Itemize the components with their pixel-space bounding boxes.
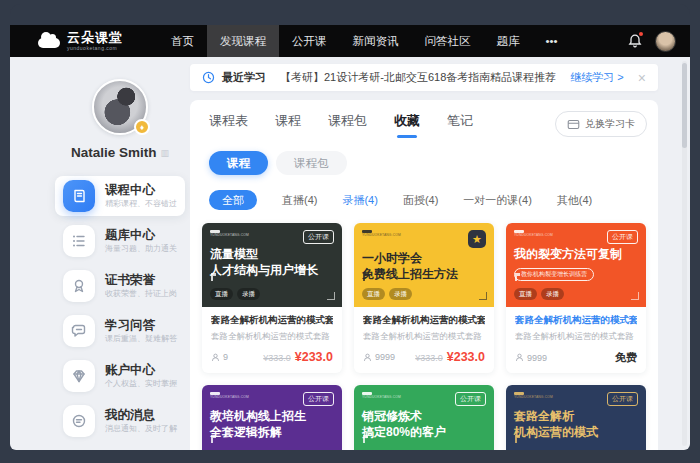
sidebar-item-desc: 精彩课程、不容错过 [105, 200, 177, 208]
open-course-badge: 公开课 [607, 392, 638, 406]
filter-item[interactable]: 全部 [209, 190, 257, 210]
nav-right [627, 31, 676, 52]
sidebar-item[interactable]: 我的消息消息通知、及时了解 [55, 401, 185, 441]
course-card[interactable]: YUNDUOKETANG.COM 公开课 流量模型人才结构与用户增长 直播录播 … [202, 223, 342, 373]
course-card[interactable]: YUNDUOKETANG.COM 公开课 我的裂变方法可复制 教你机构裂变增长训… [506, 223, 646, 373]
cover-tag: 直播 [362, 288, 385, 300]
cover-flag-decoration [363, 435, 365, 443]
user-avatar[interactable] [655, 31, 676, 52]
recent-study-course: 【考研】21设计考研-北邮交互618备考指南精品课程推荐 [280, 70, 556, 85]
scrollbar[interactable] [682, 61, 687, 446]
sidebar-item-label: 证书荣誉 [105, 274, 177, 287]
student-count: 9 [211, 352, 228, 362]
tab-课程包[interactable]: 课程包 [328, 112, 367, 130]
student-count: 9999 [515, 353, 547, 363]
nav-item[interactable]: 题库 [484, 25, 533, 57]
course-price: 免费 [615, 350, 637, 365]
sidebar-item[interactable]: 证书荣誉收获荣誉、持证上岗 [55, 266, 185, 306]
main-tabs: 课程表课程课程包收藏笔记 兑换学习卡 [202, 112, 646, 138]
sidebar-item[interactable]: 题库中心海量习题、助力通关 [55, 221, 185, 261]
filter-item[interactable]: 其他(4) [557, 193, 592, 208]
nav-menu: 首页发现课程公开课新闻资讯问答社区题库••• [158, 25, 627, 57]
sidebar-item-label: 题库中心 [105, 229, 177, 242]
chat-icon [63, 315, 95, 347]
person-icon [515, 353, 524, 362]
nav-item[interactable]: 问答社区 [412, 25, 484, 57]
filter-item[interactable]: 直播(4) [282, 193, 317, 208]
nav-item[interactable]: ••• [533, 25, 571, 57]
cover-tag: 录播 [237, 288, 260, 300]
username: Natalie Smith [71, 145, 157, 160]
main-panel: 课程表课程课程包收藏笔记 兑换学习卡 课程课程包 全部直播(4)录播(4)面授(… [190, 100, 658, 450]
desktop-background: 云朵课堂 yunduoketang.com 首页发现课程公开课新闻资讯问答社区题… [0, 0, 700, 463]
course-subtitle: 套路全解析机构运营的模式套路 [515, 331, 637, 343]
list-icon [63, 225, 95, 257]
course-cover-image: YUNDUOKETANG.COM 公开课 套路全解析机构运营的模式 直播录播 [506, 385, 646, 450]
cover-flag-decoration [515, 273, 517, 281]
course-card[interactable]: YUNDUOKETANG.COM 公开课 销冠修炼术搞定80%的客户 直播录播 … [354, 385, 494, 450]
course-cover-image: YUNDUOKETANG.COM 公开课 我的裂变方法可复制 教你机构裂变增长训… [506, 223, 646, 307]
scrollbar-thumb[interactable] [682, 63, 687, 148]
redeem-card-button[interactable]: 兑换学习卡 [556, 112, 646, 136]
sidebar-item[interactable]: 学习问答课后重温、疑难解答 [55, 311, 185, 351]
course-title[interactable]: 套路全解析机构运营的模式套路 [211, 314, 333, 327]
sidebar-item-desc: 收获荣誉、持证上岗 [105, 290, 177, 298]
cover-tags: 直播录播 [362, 288, 412, 300]
cover-tag: 录播 [541, 288, 564, 300]
type-pill[interactable]: 课程 [209, 151, 268, 175]
filter-item[interactable]: 录播(4) [342, 193, 377, 208]
continue-study-link[interactable]: 继续学习 > [570, 70, 623, 85]
tab-课程表[interactable]: 课程表 [209, 112, 248, 130]
course-title[interactable]: 套路全解析机构运营的模式套路 [363, 314, 485, 327]
course-card[interactable]: YUNDUOKETANG.COM 公开课 教培机构线上招生全套逻辑拆解 直播录播… [202, 385, 342, 450]
close-banner-icon[interactable]: × [638, 71, 646, 85]
sidebar-item-label: 账户中心 [105, 364, 177, 377]
filter-item[interactable]: 一对一的课(4) [463, 193, 531, 208]
app-logo[interactable]: 云朵课堂 yunduoketang.com [38, 31, 148, 51]
type-pills: 课程课程包 [202, 151, 646, 175]
type-pill[interactable]: 课程包 [276, 151, 347, 175]
sidebar-menu: 课程中心精彩课程、不容错过题库中心海量习题、助力通关证书荣誉收获荣誉、持证上岗学… [55, 176, 185, 441]
cover-brand-logo: YUNDUOKETANG.COM [210, 230, 281, 239]
cover-tag: 直播 [210, 288, 233, 300]
open-course-badge: 公开课 [303, 392, 334, 406]
sidebar-item[interactable]: 账户中心个人权益、实时掌握 [55, 356, 185, 396]
gem-icon [63, 360, 95, 392]
sidebar-item[interactable]: 课程中心精彩课程、不容错过 [55, 176, 185, 216]
course-cover-image: YUNDUOKETANG.COM 公开课 销冠修炼术搞定80%的客户 直播录播 [354, 385, 494, 450]
edit-profile-icon[interactable]: ▥ [161, 148, 170, 158]
cover-brand-logo: YUNDUOKETANG.COM [514, 392, 585, 401]
page-body: 最近学习 【考研】21设计考研-北邮交互618备考指南精品课程推荐 继续学习 >… [10, 57, 690, 450]
tab-收藏[interactable]: 收藏 [394, 112, 420, 138]
cover-title: 教培机构线上招生全套逻辑拆解 [210, 408, 334, 440]
nav-item[interactable]: 公开课 [279, 25, 340, 57]
sidebar-item-desc: 个人权益、实时掌握 [105, 380, 177, 388]
course-price: ¥333.0¥233.0 [415, 350, 485, 364]
course-card[interactable]: YUNDUOKETANG.COM ★ 一小时学会免费线上招生方法 直播录播 套路… [354, 223, 494, 373]
person-icon [211, 353, 220, 362]
cover-corner-decoration [327, 292, 335, 300]
nav-item[interactable]: 发现课程 [207, 25, 279, 57]
top-navbar: 云朵课堂 yunduoketang.com 首页发现课程公开课新闻资讯问答社区题… [10, 25, 690, 57]
cover-subpill: 教你机构裂变增长训练营 [514, 268, 594, 281]
open-course-badge: 公开课 [455, 392, 486, 406]
tab-课程[interactable]: 课程 [275, 112, 301, 130]
cover-corner-decoration [631, 292, 639, 300]
person-icon [363, 353, 372, 362]
cover-title: 销冠修炼术搞定80%的客户 [362, 408, 486, 440]
nav-item[interactable]: 首页 [158, 25, 207, 57]
nav-item[interactable]: 新闻资讯 [340, 25, 412, 57]
cover-flag-decoration [363, 273, 365, 281]
cloud-logo-icon [38, 38, 60, 48]
course-subtitle: 套路全解析机构运营的模式套路 [363, 331, 485, 343]
tab-笔记[interactable]: 笔记 [447, 112, 473, 130]
notifications-button[interactable] [627, 33, 643, 49]
sidebar-item-label: 课程中心 [105, 184, 177, 197]
course-price: ¥333.0¥233.0 [263, 350, 333, 364]
course-card[interactable]: YUNDUOKETANG.COM 公开课 套路全解析机构运营的模式 直播录播 套… [506, 385, 646, 450]
cover-corner-decoration [479, 292, 487, 300]
filter-item[interactable]: 面授(4) [403, 193, 438, 208]
course-title[interactable]: 套路全解析机构运营的模式套路 [515, 314, 637, 327]
logo-subtext: yunduoketang.com [67, 46, 123, 51]
open-course-badge: 公开课 [607, 230, 638, 244]
